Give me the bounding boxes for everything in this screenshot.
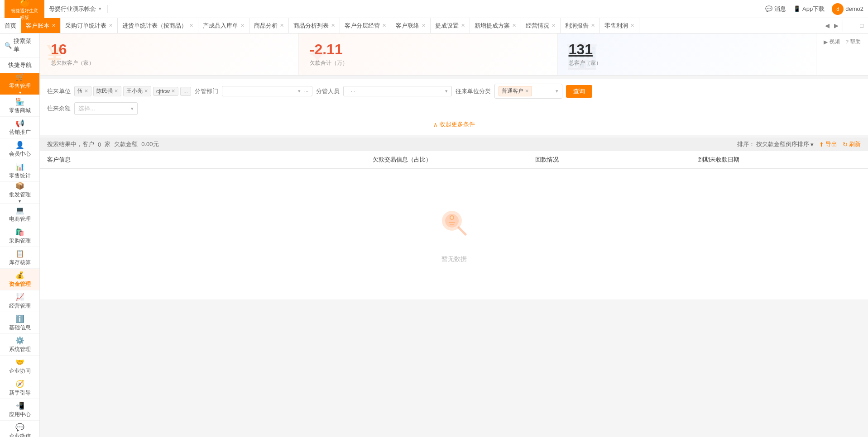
close-icon[interactable]: ✕ [512,23,516,28]
tab-business-situation[interactable]: 经营情况 ✕ [521,18,561,33]
balance-filter-select[interactable]: 选择... ▾ [74,102,138,115]
collapse-filter-btn[interactable]: ∧ 收起更多条件 [47,119,861,130]
tag-close-chenminqiang[interactable]: ✕ [114,88,118,94]
nav-next-icon[interactable]: ▶ [832,20,841,31]
tab-home[interactable]: 首页 [0,18,21,33]
close-icon[interactable]: ✕ [461,23,465,28]
logo-line1: 畅捷通好生意 [11,8,38,14]
account-selector[interactable]: 母婴行业演示帐套 ▾ [44,5,108,13]
maximize-icon[interactable]: □ [857,20,866,31]
tab-customer-contact[interactable]: 客户联络 ✕ [391,18,431,33]
sort-selector[interactable]: 排序： 按欠款金额倒序排序 ▾ [737,140,814,148]
tag-close-wu[interactable]: ✕ [84,88,88,94]
filter-tag-wu[interactable]: 伍 ✕ [74,86,91,96]
export-btn[interactable]: ⬆ 导出 [819,140,837,148]
sort-label: 排序： [737,140,755,148]
close-icon[interactable]: ✕ [240,23,245,28]
tag-text: 伍 [77,87,83,95]
close-icon[interactable]: ✕ [109,23,113,28]
tab-retail-profit[interactable]: 零售利润 ✕ [600,18,639,33]
sidebar-item-corp-collab[interactable]: 🤝 企业协同 [0,356,39,377]
sidebar-item-retail-mall[interactable]: 🏪 零售商城 [0,95,39,117]
tab-commission-settings[interactable]: 提成设置 ✕ [431,18,470,33]
logo-icon: 🍊 [19,0,29,7]
sidebar-item-sys-mgmt[interactable]: ⚙️ 系统管理 [0,334,39,356]
sidebar-search[interactable]: 🔍 搜索菜单 [0,33,39,57]
video-btn[interactable]: ▶ 视频 [824,38,840,46]
top-right-area: 💬 消息 📱 App下载 d demo2 [765,3,863,15]
filter-tag-more[interactable]: ... [180,87,191,96]
sidebar-item-inventory[interactable]: 📋 库存核算 [0,247,39,269]
stat-card-total-debtors: ¥ 16 总欠款客户（家） [40,33,299,75]
close-icon[interactable]: ✕ [382,23,386,28]
user-menu[interactable]: d demo2 [832,3,863,15]
search-icon: 🔍 [5,42,12,49]
filter-tag-chenminqiang[interactable]: 陈民强 ✕ [93,86,121,96]
sidebar-item-new-guide[interactable]: 🧭 新手引导 [0,377,39,399]
result-jia: 家 [105,140,110,148]
sidebar-item-basic-info[interactable]: ℹ️ 基础信息 [0,312,39,334]
svg-point-4 [451,216,453,219]
tab-new-commission[interactable]: 新增提成方案 ✕ [470,18,521,33]
close-icon[interactable]: ✕ [551,23,556,28]
tab-customer-ledger-close[interactable]: ✕ [52,23,56,28]
tab-label: 采购订单统计表 [65,22,106,30]
unit-type-filter-select[interactable]: 普通客户 ✕ ▾ [494,84,562,99]
message-btn[interactable]: 💬 消息 [765,5,786,13]
close-icon[interactable]: ✕ [591,23,595,28]
tab-product-analysis[interactable]: 商品分析 ✕ [249,18,289,33]
sidebar-item-finance-mgmt[interactable]: 💰 资金管理 [0,269,39,290]
tab-customer-layer[interactable]: 客户分层经营 ✕ [340,18,391,33]
close-icon[interactable]: ✕ [189,23,193,28]
export-icon: ⬆ [819,141,824,148]
sidebar-quick-nav[interactable]: 快捷导航 [0,57,39,73]
sidebar-item-wholesale-mgmt[interactable]: 📦 批发管理 ▾ [0,182,39,204]
sidebar-item-app-center[interactable]: 📲 应用中心 [0,399,39,421]
help-btn[interactable]: ? 帮助 [845,38,861,46]
sidebar-item-purchase-mgmt[interactable]: 🛍️ 采购管理 [0,225,39,247]
tab-home-label: 首页 [5,22,16,30]
sidebar-item-retail-mgmt[interactable]: 🛒 零售管理 ▾ [0,73,39,95]
tab-purchase-order-stats[interactable]: 采购订单统计表 ✕ [61,18,118,33]
close-icon[interactable]: ✕ [280,23,284,28]
filter-tag-normal-customer: 普通客户 ✕ [499,86,532,96]
stat-card-debt-amount: ✦ -2.11 欠款合计（万） [299,33,558,75]
filter-row-1: 往来单位 伍 ✕ 陈民强 ✕ 王小亮 ✕ cjttcw [47,84,861,99]
ops-icon: 📈 [15,293,24,301]
person-arrow-icon: ▾ [445,88,448,94]
tab-inbound-stats[interactable]: 进货单统计表（按商品） ✕ [118,18,198,33]
sidebar-item-ops-mgmt[interactable]: 📈 经营管理 [0,290,39,312]
query-button[interactable]: 查询 [566,85,592,98]
sidebar-item-marketing[interactable]: 📢 营销推广 [0,117,39,138]
tag-close-wangxiaoliang[interactable]: ✕ [144,88,148,94]
tab-product-analysis-list[interactable]: 商品分析列表 ✕ [289,18,340,33]
dept-filter-select[interactable]: ▾ ··· [222,86,312,96]
wholesale-icon: 📦 [15,181,24,190]
tab-profit-report[interactable]: 利润报告 ✕ [561,18,600,33]
tag-close-normal[interactable]: ✕ [525,88,529,94]
sidebar-item-label: 营销推广 [9,128,31,136]
tab-label: 商品分析列表 [293,22,329,30]
close-icon[interactable]: ✕ [630,23,634,28]
sidebar-item-ecom-mgmt[interactable]: 💻 电商管理 [0,204,39,225]
tag-close-cjttcw[interactable]: ✕ [171,88,175,94]
filter-tag-wangxiaoliang[interactable]: 王小亮 ✕ [123,86,151,96]
app-download-btn[interactable]: 📱 App下载 [793,5,825,13]
nav-prev-icon[interactable]: ◀ [823,20,832,31]
close-icon[interactable]: ✕ [422,23,426,28]
sidebar-item-corp-wechat[interactable]: 💬 企业微信 [0,421,39,437]
sidebar-item-member-center[interactable]: 👤 会员中心 [0,138,39,160]
filter-tag-cjttcw[interactable]: cjttcw ✕ [153,87,178,96]
stats-bar: ¥ 16 总欠款客户（家） ✦ -2.11 欠款合计（万） 🏢 131 总客户（… [40,33,868,76]
dept-more-btn[interactable]: ··· [304,89,308,94]
person-more-btn[interactable]: ··· [351,89,355,94]
refresh-btn[interactable]: ↻ 刷新 [843,140,861,148]
search-label: 搜索菜单 [14,37,35,53]
sidebar-item-retail-stats[interactable]: 📊 零售统计 [0,160,39,182]
person-filter-select[interactable]: ··· ▾ [343,86,452,96]
quick-nav-label: 快捷导航 [8,62,32,68]
empty-icon [436,205,472,250]
close-icon[interactable]: ✕ [331,23,335,28]
minimize-icon[interactable]: — [845,20,856,31]
tab-product-inbound[interactable]: 产成品入库单 ✕ [198,18,249,33]
